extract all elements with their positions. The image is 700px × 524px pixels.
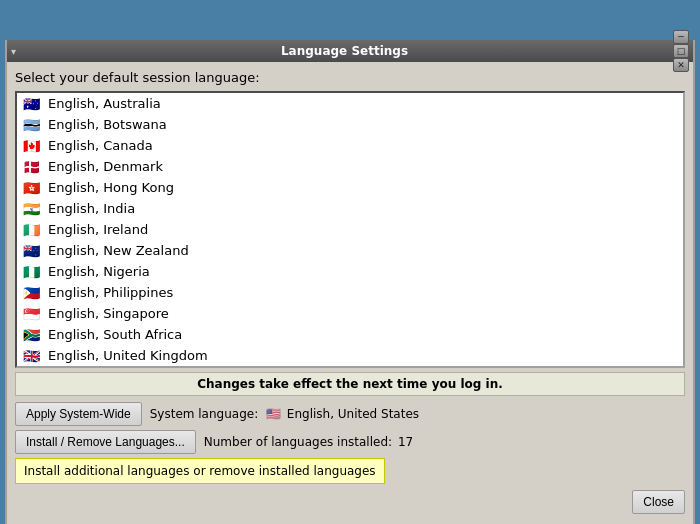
list-item[interactable]: 🇿🇦English, South Africa bbox=[17, 324, 683, 345]
system-language-label: System language: bbox=[150, 407, 258, 421]
language-name: English, India bbox=[48, 201, 135, 216]
list-item[interactable]: 🇩🇰English, Denmark bbox=[17, 156, 683, 177]
flag-icon: 🇧🇼 bbox=[23, 118, 40, 132]
language-name: English, Nigeria bbox=[48, 264, 150, 279]
language-name: English, New Zealand bbox=[48, 243, 189, 258]
flag-icon: 🇬🇧 bbox=[23, 349, 40, 363]
flag-icon: 🇮🇳 bbox=[23, 202, 40, 216]
language-name: English, United Kingdom bbox=[48, 348, 208, 363]
list-item[interactable]: 🇨🇦English, Canada bbox=[17, 135, 683, 156]
num-languages-label: Number of languages installed: bbox=[204, 435, 392, 449]
num-languages-value: 17 bbox=[398, 435, 413, 449]
notice-bar: Changes take effect the next time you lo… bbox=[15, 372, 685, 396]
language-name: English, Ireland bbox=[48, 222, 148, 237]
list-item[interactable]: 🇸🇬English, Singapore bbox=[17, 303, 683, 324]
language-name: English, Hong Kong bbox=[48, 180, 174, 195]
system-language-info: System language: 🇺🇸 English, United Stat… bbox=[150, 407, 419, 421]
instruction-label: Select your default session language: bbox=[15, 70, 685, 85]
flag-icon: 🇩🇰 bbox=[23, 160, 40, 174]
list-item[interactable]: 🇵🇭English, Philippines bbox=[17, 282, 683, 303]
language-name: English, Botswana bbox=[48, 117, 167, 132]
flag-icon: 🇳🇬 bbox=[23, 265, 40, 279]
bottom-row: Close bbox=[15, 490, 685, 514]
flag-icon: 🇮🇪 bbox=[23, 223, 40, 237]
language-settings-window: ▾ Language Settings ─ □ ✕ Select your de… bbox=[5, 40, 695, 524]
flag-icon: 🇿🇦 bbox=[23, 328, 40, 342]
list-item[interactable]: 🇮🇪English, Ireland bbox=[17, 219, 683, 240]
close-button[interactable]: Close bbox=[632, 490, 685, 514]
window-title: Language Settings bbox=[16, 44, 673, 58]
actions-row-2: Install / Remove Languages... Number of … bbox=[15, 430, 685, 454]
list-item[interactable]: 🇳🇿English, New Zealand bbox=[17, 240, 683, 261]
actions-row-1: Apply System-Wide System language: 🇺🇸 En… bbox=[15, 402, 685, 426]
flag-icon: 🇸🇬 bbox=[23, 307, 40, 321]
maximize-button[interactable]: □ bbox=[673, 44, 689, 58]
flag-icon: 🇳🇿 bbox=[23, 244, 40, 258]
language-list-container[interactable]: 🇦🇺English, Australia🇧🇼English, Botswana🇨… bbox=[15, 91, 685, 368]
num-languages-info: Number of languages installed: 17 bbox=[204, 435, 413, 449]
flag-icon: 🇨🇦 bbox=[23, 139, 40, 153]
flag-icon: 🇵🇭 bbox=[23, 286, 40, 300]
install-remove-button[interactable]: Install / Remove Languages... bbox=[15, 430, 196, 454]
minimize-button[interactable]: ─ bbox=[673, 30, 689, 44]
flag-icon: 🇦🇺 bbox=[23, 97, 40, 111]
flag-icon: 🇭🇰 bbox=[23, 181, 40, 195]
language-name: English, South Africa bbox=[48, 327, 182, 342]
language-name: English, Denmark bbox=[48, 159, 163, 174]
apply-system-wide-button[interactable]: Apply System-Wide bbox=[15, 402, 142, 426]
list-item[interactable]: 🇳🇬English, Nigeria bbox=[17, 261, 683, 282]
list-item[interactable]: 🇭🇰English, Hong Kong bbox=[17, 177, 683, 198]
language-name: English, Australia bbox=[48, 96, 161, 111]
list-item[interactable]: 🇬🇧English, United Kingdom bbox=[17, 345, 683, 366]
window-titlebar: ▾ Language Settings ─ □ ✕ bbox=[7, 40, 693, 62]
system-language-value: English, United States bbox=[287, 407, 419, 421]
window-body: Select your default session language: 🇦🇺… bbox=[7, 62, 693, 524]
list-item[interactable]: 🇧🇼English, Botswana bbox=[17, 114, 683, 135]
language-list: 🇦🇺English, Australia🇧🇼English, Botswana🇨… bbox=[17, 93, 683, 366]
list-item[interactable]: 🇮🇳English, India bbox=[17, 198, 683, 219]
list-item[interactable]: 🇦🇺English, Australia bbox=[17, 93, 683, 114]
language-name: English, Canada bbox=[48, 138, 153, 153]
tooltip-bar: Install additional languages or remove i… bbox=[15, 458, 385, 484]
language-name: English, Philippines bbox=[48, 285, 173, 300]
language-name: English, Singapore bbox=[48, 306, 169, 321]
us-flag-icon: 🇺🇸 bbox=[266, 407, 281, 421]
